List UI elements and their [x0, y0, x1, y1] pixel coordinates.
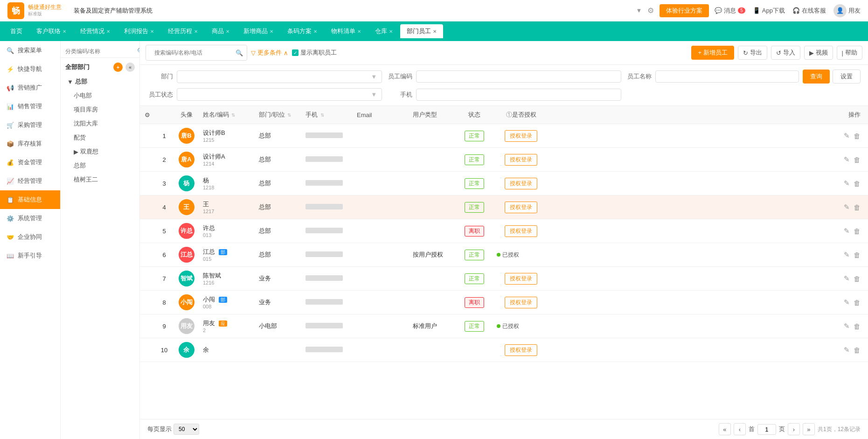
next-page-btn[interactable]: › — [788, 423, 800, 435]
close-icon[interactable]: ✕ — [226, 29, 229, 34]
dropdown-arrow[interactable]: ▼ — [636, 7, 642, 14]
tab-addgoods[interactable]: 新增商品✕ — [237, 24, 280, 38]
dept-item-zongbu2[interactable]: 总部 — [61, 159, 139, 173]
sidebar-item-basic[interactable]: 📋 基础信息 — [0, 190, 60, 209]
dept-add-btn[interactable]: + — [113, 63, 123, 72]
empstatus-select[interactable]: ▼ — [177, 88, 382, 101]
dept-item-shenyang[interactable]: 沈阳大库 — [61, 117, 139, 131]
import-button[interactable]: ↺ 导入 — [771, 46, 800, 60]
tab-barcode[interactable]: 条码方案✕ — [281, 24, 324, 38]
sidebar-item-purchase[interactable]: 🛒 采购管理 — [0, 116, 60, 134]
last-page-btn[interactable]: » — [803, 423, 815, 435]
sidebar-item-marketing[interactable]: 📢 营销推广 — [0, 78, 60, 97]
settings-icon[interactable]: ⚙ — [647, 6, 654, 15]
edit-icon[interactable]: ✎ — [844, 132, 850, 140]
close-icon[interactable]: ✕ — [194, 29, 198, 34]
dept-item-peihuo[interactable]: 配货 — [61, 131, 139, 145]
edit-icon[interactable]: ✎ — [844, 251, 850, 259]
col-dept-header[interactable]: 部门/职位 ⇅ — [255, 106, 302, 124]
tab-operation[interactable]: 经营情况✕ — [74, 24, 117, 38]
tab-process[interactable]: 经营历程✕ — [161, 24, 204, 38]
sidebar-item-guide[interactable]: 📖 新手引导 — [0, 246, 60, 265]
edit-icon[interactable]: ✎ — [844, 179, 850, 188]
online-service-action[interactable]: 🎧 在线客服 — [792, 7, 826, 15]
delete-icon[interactable]: 🗑 — [854, 346, 861, 354]
sidebar-item-finance[interactable]: 💰 资金管理 — [0, 153, 60, 172]
auth-login-btn[interactable]: 授权登录 — [505, 178, 537, 189]
user-action[interactable]: 👤 用友 — [833, 4, 861, 17]
auth-login-btn[interactable]: 授权登录 — [505, 154, 537, 166]
reset-button[interactable]: 设置 — [833, 70, 861, 84]
first-page-btn[interactable]: « — [719, 423, 731, 435]
close-icon[interactable]: ✕ — [433, 29, 437, 34]
dept-item-xiaodibu[interactable]: 小电部 — [61, 89, 139, 103]
more-filter-btn[interactable]: ▽ 更多条件 ∧ — [251, 49, 288, 57]
auth-login-btn[interactable]: 授权登录 — [505, 130, 537, 142]
dept-item-project[interactable]: 项目库房 — [61, 103, 139, 117]
sidebar-item-inventory[interactable]: 📦 库存核算 — [0, 134, 60, 153]
sidebar-item-management[interactable]: 📈 经营管理 — [0, 172, 60, 190]
auth-login-btn[interactable]: 授权登录 — [505, 202, 537, 213]
sidebar-item-sales[interactable]: 📊 销售管理 — [0, 97, 60, 116]
close-icon[interactable]: ✕ — [62, 29, 66, 34]
export-button[interactable]: ↻ 导出 — [738, 46, 767, 60]
close-icon[interactable]: ✕ — [313, 29, 317, 34]
sidebar-item-system[interactable]: ⚙️ 系统管理 — [0, 209, 60, 228]
close-icon[interactable]: ✕ — [106, 29, 110, 34]
query-button[interactable]: 查询 — [803, 70, 830, 84]
dept-item-shuanglu[interactable]: ▶ 双鹿想 — [61, 145, 139, 159]
close-icon[interactable]: ✕ — [150, 29, 154, 34]
show-resigned-toggle[interactable]: ✓ 显示离职员工 — [292, 49, 337, 57]
close-icon[interactable]: ✕ — [357, 29, 361, 34]
tab-goods[interactable]: 商品✕ — [205, 24, 236, 38]
search-input[interactable] — [150, 47, 234, 58]
delete-icon[interactable]: 🗑 — [854, 156, 861, 164]
add-employee-button[interactable]: + 新增员工 — [691, 46, 734, 60]
per-page-select[interactable]: 50 100 200 — [174, 424, 199, 435]
dept-select[interactable]: ▼ — [177, 70, 382, 83]
close-icon[interactable]: ✕ — [270, 29, 273, 34]
sidebar-item-search[interactable]: 🔍 搜索菜单 — [0, 41, 60, 60]
edit-icon[interactable]: ✎ — [844, 298, 850, 307]
tab-customer[interactable]: 客户联络✕ — [30, 24, 73, 38]
page-number-input[interactable] — [757, 424, 776, 435]
sidebar-item-collab[interactable]: 🤝 企业协同 — [0, 228, 60, 246]
experience-button[interactable]: 体验行业方案 — [660, 4, 709, 17]
delete-icon[interactable]: 🗑 — [854, 227, 861, 235]
tab-profit[interactable]: 利润报告✕ — [118, 24, 160, 38]
auth-login-btn[interactable]: 授权登录 — [505, 344, 537, 356]
message-action[interactable]: 💬 消息 5 — [715, 7, 745, 15]
col-phone-header[interactable]: 手机 ⇅ — [302, 106, 353, 124]
edit-icon[interactable]: ✎ — [844, 346, 850, 354]
col-name-header[interactable]: 姓名/编码 ⇅ — [199, 106, 255, 124]
delete-icon[interactable]: 🗑 — [854, 251, 861, 259]
tab-home[interactable]: 首页 — [4, 24, 29, 38]
close-icon[interactable]: ✕ — [389, 29, 393, 34]
empcode-input[interactable] — [416, 70, 621, 83]
dept-search-input[interactable] — [65, 48, 135, 55]
auth-login-btn[interactable]: 授权登录 — [505, 225, 537, 237]
delete-icon[interactable]: 🗑 — [854, 275, 861, 283]
auth-login-btn[interactable]: 授权登录 — [505, 273, 537, 285]
edit-icon[interactable]: ✎ — [844, 227, 850, 235]
app-download-action[interactable]: 📱 App下载 — [753, 7, 785, 15]
search-btn-icon[interactable]: 🔍 — [236, 49, 243, 56]
edit-icon[interactable]: ✎ — [844, 155, 850, 164]
edit-icon[interactable]: ✎ — [844, 203, 850, 211]
delete-icon[interactable]: 🗑 — [854, 299, 861, 307]
tab-employee[interactable]: 部门员工✕ — [400, 24, 443, 38]
dept-item-zhishu[interactable]: 植树王二 — [61, 173, 139, 187]
tab-warehouse[interactable]: 仓库✕ — [368, 24, 399, 38]
delete-icon[interactable]: 🗑 — [854, 180, 861, 188]
delete-icon[interactable]: 🗑 — [854, 132, 861, 140]
empname-input[interactable] — [655, 70, 799, 83]
view-button[interactable]: ▶ 视频 — [804, 46, 833, 60]
delete-icon[interactable]: 🗑 — [854, 203, 861, 211]
edit-icon[interactable]: ✎ — [844, 274, 850, 283]
help-button[interactable]: | 帮助 — [837, 46, 862, 60]
phone-input[interactable] — [416, 89, 621, 101]
delete-icon[interactable]: 🗑 — [854, 322, 861, 330]
dept-item-zongbu[interactable]: ▼ 总部 — [61, 75, 139, 89]
dept-collapse-btn[interactable]: « — [125, 63, 135, 72]
sidebar-item-shortcut[interactable]: ⚡ 快捷导航 — [0, 60, 60, 78]
